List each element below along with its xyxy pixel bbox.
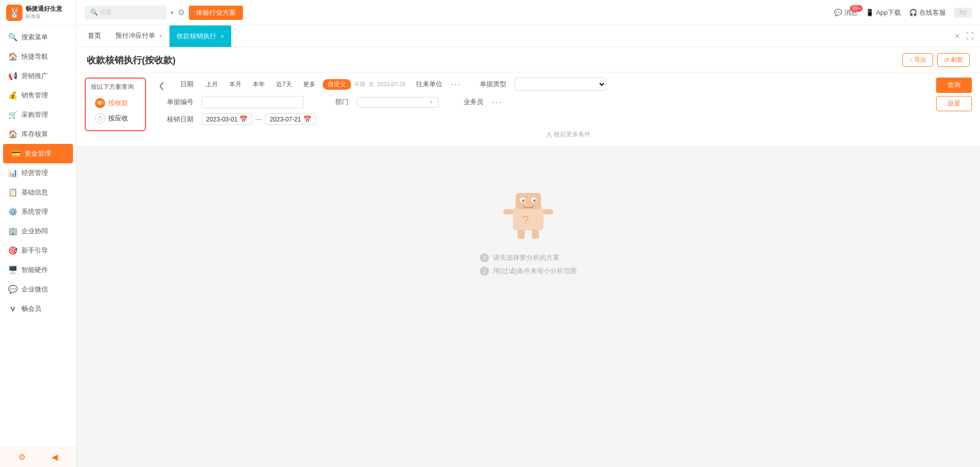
export-btn[interactable]: ↑ 导出 (902, 53, 933, 67)
date-btn-last-7days[interactable]: 近7天 (272, 79, 296, 90)
sidebar-item-label: 资金管理 (24, 149, 51, 158)
verify-date-label: 核销日期 (165, 115, 193, 124)
refresh-icon: ↺ (944, 57, 949, 64)
sidebar-item-system[interactable]: ⚙️ 系统管理 (0, 202, 76, 222)
sidebar-item-label: 营销推广 (21, 71, 48, 81)
tab-fullscreen-btn[interactable]: ⛶ (964, 32, 976, 41)
industry-btn[interactable]: 体验行业方案 (189, 6, 243, 20)
tab-home-label: 首页 (88, 31, 101, 40)
collapse-more-label: 收起更多条件 (554, 130, 591, 139)
dept-select[interactable]: ▾ (357, 97, 438, 108)
sidebar-item-quick-nav[interactable]: 🏠 快捷导航 (0, 47, 76, 66)
export-label: 导出 (914, 56, 926, 64)
svg-point-5 (533, 200, 536, 202)
sidebar-item-search-menu[interactable]: 🔍 搜索菜单 (0, 28, 76, 47)
cal-end-icon[interactable]: 📅 (303, 115, 311, 123)
topbar-user[interactable]: Rit (954, 8, 972, 18)
query-btns: 查询 设置 (936, 78, 972, 111)
settings-icon[interactable]: ⚙ (18, 452, 26, 462)
sales-icon: 💰 (8, 91, 17, 100)
tab-home[interactable]: 首页 (81, 26, 108, 47)
app-icon: 📱 (866, 9, 874, 16)
sidebar-item-basic-info[interactable]: 📋 基础信息 (0, 183, 76, 202)
bill-no-input[interactable] (202, 96, 304, 108)
main-wrap: 🔍 搜索 ▾ ⚙ 体验行业方案 💬 消息 99+ 📱 App下载 🎧 在线客服 … (77, 0, 980, 467)
sidebar-item-sales[interactable]: 💰 销售管理 (0, 86, 76, 105)
sidebar-item-label: 企业协同 (21, 227, 48, 236)
tip-text-1: 请先选择要分析的方案 (493, 253, 559, 262)
verify-date-start-wrap[interactable]: 2023-03-01 📅 (202, 113, 252, 125)
filter-row-date: 日期 上月 本月 本年 近7天 更多 自定义 不限 至 (165, 78, 928, 91)
topbar-search-box: 🔍 搜索 (85, 6, 166, 19)
system-icon: ⚙️ (8, 207, 17, 216)
tab-close-all-btn[interactable]: × (953, 32, 962, 41)
empty-tip-1: 1 请先选择要分析的方案 (480, 253, 576, 262)
enterprise-icon: 🏢 (8, 227, 17, 236)
sidebar-item-inventory[interactable]: 🏠 库存核算 (0, 125, 76, 144)
filter-option-by-receipt[interactable]: 💴 按收款 (91, 95, 140, 111)
date-btn-prev-month[interactable]: 上月 (202, 79, 222, 90)
tip-num-1: 1 (480, 253, 489, 262)
topbar-msg-btn[interactable]: 💬 消息 99+ (834, 8, 857, 17)
empty-robot-illustration: ? (500, 187, 556, 243)
collapse-sidebar-icon[interactable]: ◀ (52, 452, 58, 462)
svg-rect-1 (516, 193, 541, 209)
svg-rect-9 (543, 209, 553, 214)
refresh-btn[interactable]: ↺ 刷新 (937, 53, 970, 67)
date-label: 日期 (165, 80, 193, 89)
date-btn-this-year[interactable]: 本年 (249, 79, 269, 90)
operation-icon: 📊 (8, 168, 17, 178)
tab-prepay-label: 预付冲应付单 (115, 31, 155, 40)
sidebar-logo: 🐰 畅捷通好生意 标准版 (0, 0, 76, 26)
verify-date-end-wrap[interactable]: 2023-07-21 📅 (265, 113, 315, 125)
sidebar-item-label: 新手引导 (21, 246, 48, 255)
sidebar-item-wechat[interactable]: 💬 企业微信 (0, 280, 76, 299)
collapse-more-btn[interactable]: ⋀ 收起更多条件 (547, 130, 591, 139)
sidebar-item-label: 销售管理 (21, 91, 48, 100)
topbar: 🔍 搜索 ▾ ⚙ 体验行业方案 💬 消息 99+ 📱 App下载 🎧 在线客服 … (77, 0, 980, 26)
date-btn-this-month[interactable]: 本月 (225, 79, 246, 90)
sidebar-item-label: 基础信息 (21, 188, 48, 197)
sidebar-item-member[interactable]: V 畅会员 (0, 299, 76, 318)
topbar-service-btn[interactable]: 🎧 在线客服 (909, 8, 946, 17)
sidebar-item-marketing[interactable]: 📢 营销推广 (0, 66, 76, 86)
date-btn-more[interactable]: 更多 (299, 79, 320, 90)
cal-start-icon[interactable]: 📅 (239, 115, 248, 123)
setting-btn[interactable]: 设置 (936, 96, 972, 111)
topbar-dropdown-icon[interactable]: ▾ (170, 9, 174, 16)
sidebar-item-hardware[interactable]: 🖥️ 智能硬件 (0, 260, 76, 280)
sidebar-item-label: 畅会员 (21, 304, 41, 313)
sidebar-item-purchase[interactable]: 🛒 采购管理 (0, 105, 76, 125)
tab-receivable-close-icon[interactable]: × (220, 33, 224, 39)
topbar-right: 💬 消息 99+ 📱 App下载 🎧 在线客服 Rit (834, 8, 972, 18)
by-receivable-icon: ⏱ (95, 113, 105, 124)
tab-receivable[interactable]: 收款核销执行 × (169, 26, 231, 47)
sidebar-item-capital[interactable]: 💳 资金管理 (3, 144, 73, 163)
counterparty-dots-btn[interactable]: ··· (451, 79, 461, 90)
tab-prepay[interactable]: 预付冲应付单 × (108, 26, 169, 47)
query-btn[interactable]: 查询 (936, 78, 972, 93)
svg-point-4 (522, 200, 525, 202)
member-icon: V (8, 305, 17, 313)
filter-panel-title: 按以下方案查询 (91, 83, 140, 91)
sidebar-bottom: ⚙ ◀ (0, 447, 76, 467)
collapse-panel-btn[interactable]: ❮ (158, 81, 165, 90)
sidebar-item-guide[interactable]: 🎯 新手引导 (0, 241, 76, 260)
date-dash: — (255, 115, 262, 123)
filter-option-by-receivable[interactable]: ⏱ 按应收 (91, 111, 140, 126)
dept-chevron-icon: ▾ (430, 99, 433, 106)
tab-prepay-close-icon[interactable]: × (159, 33, 162, 39)
date-to-text: 至 (369, 81, 374, 88)
tabs-bar: 首页 预付冲应付单 × 收款核销执行 × × ⛶ (77, 26, 980, 47)
sidebar-item-enterprise[interactable]: 🏢 企业协同 (0, 222, 76, 241)
export-icon: ↑ (909, 57, 912, 64)
staff-dots-btn[interactable]: ··· (492, 97, 502, 108)
topbar-app-btn[interactable]: 📱 App下载 (866, 8, 901, 17)
date-btn-custom[interactable]: 自定义 (323, 79, 351, 90)
date-quick-btns: 上月 本月 本年 近7天 更多 自定义 不限 至 2023-07-26 (202, 79, 406, 90)
staff-label: 业务员 (455, 97, 483, 107)
sidebar-item-operation[interactable]: 📊 经营管理 (0, 163, 76, 183)
by-receipt-icon: 💴 (95, 98, 105, 108)
topbar-gear-icon[interactable]: ⚙ (178, 8, 185, 17)
bill-type-select[interactable] (514, 78, 606, 91)
